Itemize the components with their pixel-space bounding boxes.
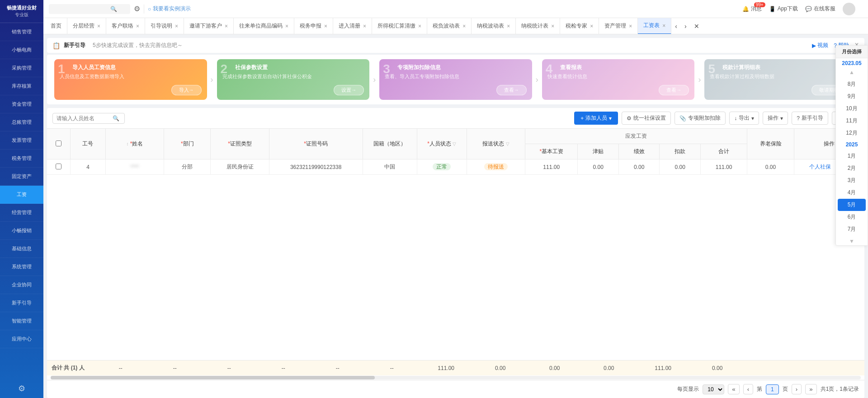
mp-scroll-down-btn[interactable]: ▼: [836, 237, 868, 245]
select-all-checkbox[interactable]: [56, 140, 61, 146]
sidebar-item-11[interactable]: 小畅报销: [0, 222, 43, 240]
employee-search-box[interactable]: 🔍: [52, 113, 125, 124]
tab-close-4[interactable]: ×: [225, 23, 228, 29]
tab-close-8[interactable]: ×: [418, 23, 421, 29]
month-item-8[interactable]: 8月: [836, 78, 868, 90]
report-filter-icon[interactable]: ▽: [506, 141, 509, 146]
sidebar-item-16[interactable]: 智能管理: [0, 312, 43, 330]
sidebar-item-10[interactable]: 经营管理: [0, 204, 43, 222]
op-social-insurance-0[interactable]: 个人社保: [809, 164, 831, 170]
tab-9[interactable]: 税负波动表×: [427, 18, 472, 34]
sidebar-item-0[interactable]: 销售管理: [0, 23, 43, 41]
sidebar-item-15[interactable]: 新手引导: [0, 294, 43, 312]
tab-14[interactable]: 工资表×: [638, 18, 671, 34]
horizontal-scrollbar[interactable]: [47, 375, 864, 380]
tab-3[interactable]: 引导说明×: [145, 18, 184, 34]
month-item-7[interactable]: 7月: [836, 223, 868, 235]
tab-10[interactable]: 纳税波动表×: [472, 18, 516, 34]
special-deduct-btn[interactable]: 📎 专项附加扣除: [675, 112, 726, 125]
messages-btn[interactable]: 🔔 99+ 消息: [742, 5, 762, 13]
sidebar-item-7[interactable]: 税务管理: [0, 150, 43, 168]
name-sort-icon[interactable]: ↕: [126, 141, 128, 146]
tab-close-9[interactable]: ×: [462, 23, 466, 29]
month-item-5-active[interactable]: 5月: [838, 199, 866, 211]
tab-close-10[interactable]: ×: [507, 23, 510, 29]
export-btn[interactable]: ↓ 导出 ▾: [729, 112, 759, 125]
operations-btn[interactable]: 操作 ▾: [763, 112, 788, 125]
tab-close-1[interactable]: ×: [97, 23, 100, 29]
sidebar-item-6[interactable]: 发票管理: [0, 131, 43, 150]
first-page-btn[interactable]: «: [728, 384, 739, 394]
tab-close-13[interactable]: ×: [629, 23, 632, 29]
tab-close-3[interactable]: ×: [175, 23, 178, 29]
tab-8[interactable]: 所得税汇算清缴×: [372, 18, 427, 34]
tab-5[interactable]: 往来单位商品编码×: [234, 18, 294, 34]
sidebar-item-14[interactable]: 企业协同: [0, 276, 43, 294]
sidebar-item-4[interactable]: 资金管理: [0, 95, 43, 113]
sidebar-item-9[interactable]: 工资: [0, 186, 43, 204]
tab-close-all-btn[interactable]: ✕: [690, 23, 703, 30]
tab-7[interactable]: 进入清册×: [333, 18, 372, 34]
scrollbar-thumb[interactable]: [51, 376, 375, 379]
sidebar-item-13[interactable]: 系统管理: [0, 258, 43, 276]
tab-prev-btn[interactable]: ‹: [671, 23, 681, 30]
tab-6[interactable]: 税务申报×: [294, 18, 333, 34]
table-scroll-area[interactable]: 工号 ↕ *姓名 *部门 *证照类型: [47, 129, 864, 360]
sidebar-item-1[interactable]: 小畅电商: [0, 41, 43, 59]
month-item-6[interactable]: 6月: [836, 211, 868, 223]
new-guide-btn[interactable]: ? 新手引导: [792, 112, 828, 125]
user-avatar[interactable]: [843, 3, 855, 15]
tab-close-14[interactable]: ×: [662, 23, 665, 29]
next-page-btn[interactable]: ›: [792, 384, 802, 394]
tab-1[interactable]: 分层经营×: [67, 18, 106, 34]
tab-close-7[interactable]: ×: [363, 23, 366, 29]
step2-btn[interactable]: 设置→: [334, 85, 364, 95]
guide-video-link[interactable]: ▶ 视频: [812, 42, 828, 49]
step3-btn[interactable]: 查看→: [496, 85, 527, 95]
add-employee-btn[interactable]: + 添加人员 ▾: [574, 112, 618, 125]
sidebar-item-17[interactable]: 应用中心: [0, 330, 43, 348]
topbar-gear-icon[interactable]: ⚙: [134, 5, 140, 13]
status-filter-icon[interactable]: ▽: [453, 141, 456, 146]
topbar-demo-link[interactable]: ○ 我要看实例演示: [148, 5, 191, 13]
month-item-4[interactable]: 4月: [836, 187, 868, 199]
month-item-12[interactable]: 12月: [836, 127, 868, 139]
topbar-search-input[interactable]: [53, 6, 108, 12]
tab-close-11[interactable]: ×: [551, 23, 554, 29]
tab-2[interactable]: 客户联络×: [106, 18, 145, 34]
month-item-10[interactable]: 10月: [836, 103, 868, 115]
per-page-select[interactable]: 10 20 50: [703, 384, 724, 394]
tab-11[interactable]: 纳税统计表×: [516, 18, 560, 34]
tab-close-2[interactable]: ×: [136, 23, 139, 29]
row-checkbox-0[interactable]: [56, 164, 61, 169]
app-download-btn[interactable]: 📱 App下载: [769, 5, 798, 13]
tab-13[interactable]: 资产管理×: [599, 18, 638, 34]
tab-12[interactable]: 税检专家×: [560, 18, 599, 34]
tab-0[interactable]: 首页: [45, 18, 67, 34]
online-service-btn[interactable]: 💬 在线客服: [805, 5, 835, 13]
sidebar-item-5[interactable]: 总账管理: [0, 113, 43, 131]
employee-search-input[interactable]: [57, 115, 111, 122]
tab-close-12[interactable]: ×: [590, 23, 593, 29]
month-item-9[interactable]: 9月: [836, 90, 868, 103]
sidebar-item-2[interactable]: 采购管理: [0, 59, 43, 77]
sidebar-item-8[interactable]: 固定资产: [0, 168, 43, 186]
prev-page-btn[interactable]: ‹: [743, 384, 753, 394]
last-page-btn[interactable]: »: [805, 384, 816, 394]
sidebar-settings-icon[interactable]: ⚙: [0, 379, 43, 398]
step4-btn[interactable]: 查看→: [659, 85, 689, 95]
tab-4[interactable]: 邀请下游客户×: [184, 18, 234, 34]
search-icon[interactable]: 🔍: [113, 115, 119, 122]
step1-btn[interactable]: 导入→: [171, 85, 202, 95]
topbar-search-box[interactable]: 🔍: [49, 4, 130, 14]
cell-checkbox-0[interactable]: [47, 159, 71, 175]
sidebar-item-12[interactable]: 基础信息: [0, 240, 43, 258]
month-item-1[interactable]: 1月: [836, 150, 868, 162]
unified-settings-btn[interactable]: ⚙ 统一社保设置: [622, 112, 671, 125]
tab-close-5[interactable]: ×: [285, 23, 288, 29]
tab-close-6[interactable]: ×: [324, 23, 327, 29]
mp-scroll-up-btn[interactable]: ▲: [836, 68, 868, 76]
tab-next-btn[interactable]: ›: [681, 23, 690, 30]
sidebar-item-3[interactable]: 库存核算: [0, 77, 43, 95]
month-item-2[interactable]: 2月: [836, 162, 868, 174]
